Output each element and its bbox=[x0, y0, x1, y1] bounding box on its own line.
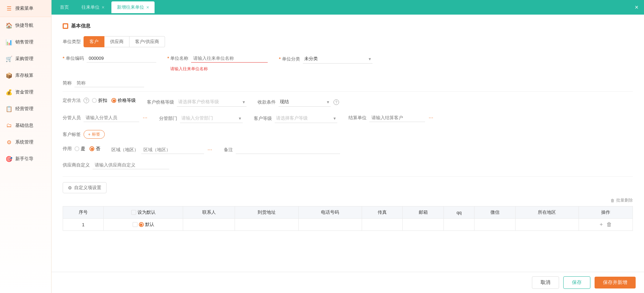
supplier-custom-label: 供应商自定义 bbox=[63, 162, 90, 168]
unit-category-label: 单位分类 bbox=[279, 56, 300, 62]
tab-new-partner[interactable]: 新增往来单位 × bbox=[111, 1, 155, 13]
tab-home[interactable]: 首页 bbox=[54, 1, 74, 13]
pricing-row: 定价方法 ? 折扣 价格等级 客户价格等级 bbox=[63, 97, 633, 107]
cell-fax bbox=[362, 219, 403, 231]
payment-terms-help-icon[interactable]: ? bbox=[333, 99, 339, 105]
add-tag-icon: + bbox=[88, 132, 91, 137]
sidebar-item-label: 采购管理 bbox=[15, 56, 33, 62]
unit-type-customer-btn[interactable]: 客户 bbox=[84, 36, 104, 47]
batch-delete-button[interactable]: 🗑 批量删除 bbox=[611, 197, 633, 203]
sidebar-item-quick-nav[interactable]: 🏠 快捷导航 bbox=[0, 17, 51, 34]
remarks-field: 备注 bbox=[224, 146, 340, 154]
col-region: 所在地区 bbox=[515, 206, 579, 219]
window-close-button[interactable]: × bbox=[632, 4, 641, 11]
search-menu-item[interactable]: ☰ 搜索菜单 bbox=[0, 0, 51, 17]
unit-type-supplier-btn[interactable]: 供应商 bbox=[104, 36, 129, 47]
customer-tag-field: 客户标签 + 标签 bbox=[63, 130, 105, 139]
row-delete-button[interactable]: 🗑 bbox=[605, 221, 613, 228]
customer-level-placeholder: 请选择客户等级 bbox=[275, 114, 337, 123]
unit-code-input[interactable] bbox=[87, 54, 156, 63]
sidebar-item-label: 系统管理 bbox=[15, 139, 33, 145]
sidebar-item-basic-info[interactable]: 🗂 基础信息 bbox=[0, 117, 51, 134]
department-field: 分管部门 请输入分管部门 ▾ bbox=[159, 114, 243, 123]
settlement-unit-input[interactable] bbox=[369, 114, 425, 122]
col-wechat: 微信 bbox=[474, 206, 515, 219]
pricing-discount-radio[interactable] bbox=[92, 98, 97, 103]
manager-more-btn[interactable]: ··· bbox=[142, 115, 148, 121]
pricing-discount-option[interactable]: 折扣 bbox=[92, 97, 107, 104]
short-name-input[interactable] bbox=[74, 79, 144, 87]
row-default-radio[interactable]: 默认 bbox=[139, 221, 154, 228]
supplier-custom-input[interactable] bbox=[93, 161, 169, 169]
manager-input[interactable] bbox=[84, 114, 139, 122]
cell-region bbox=[515, 219, 579, 231]
disabled-yes-option[interactable]: 是 bbox=[74, 146, 85, 152]
pricing-level-radio[interactable] bbox=[111, 98, 116, 103]
cell-seq: 1 bbox=[63, 219, 104, 231]
sidebar-item-label: 快捷导航 bbox=[15, 22, 33, 29]
tab-partner[interactable]: 往来单位 × bbox=[76, 1, 110, 13]
add-tag-label: 标签 bbox=[92, 131, 100, 137]
contacts-table: 序号 设为默认 联系人 到货地址 电话号码 传真 邮箱 qq 微信 所在地区 bbox=[63, 206, 633, 231]
cell-address bbox=[235, 219, 298, 231]
unit-name-label: 单位名称 bbox=[167, 55, 189, 62]
disabled-yes-radio[interactable] bbox=[74, 146, 79, 151]
add-tag-button[interactable]: + 标签 bbox=[84, 130, 105, 139]
save-button[interactable]: 保存 bbox=[563, 276, 590, 289]
custom-settings-button[interactable]: ⚙ 自定义项设置 bbox=[63, 182, 107, 193]
sidebar: ☰ 搜索菜单 🏠 快捷导航 📊 销售管理 🛒 采购管理 📦 库存核算 💰 资金管… bbox=[0, 0, 52, 293]
sidebar-item-finance[interactable]: 💰 资金管理 bbox=[0, 84, 51, 100]
sidebar-item-inventory[interactable]: 📦 库存核算 bbox=[0, 67, 51, 84]
disabled-no-option[interactable]: 否 bbox=[89, 146, 100, 152]
tab-new-partner-close[interactable]: × bbox=[146, 5, 149, 10]
table-header-row: 序号 设为默认 联系人 到货地址 电话号码 传真 邮箱 qq 微信 所在地区 bbox=[63, 206, 633, 219]
payment-terms-value: 现结 bbox=[278, 97, 331, 106]
settlement-unit-more-btn[interactable]: ··· bbox=[428, 115, 434, 121]
sidebar-item-sales[interactable]: 📊 销售管理 bbox=[0, 34, 51, 50]
customer-price-level-field: 客户价格等级 请选择客户价格等级 ▾ bbox=[147, 97, 246, 107]
sidebar-item-system[interactable]: ⚙ 系统管理 bbox=[0, 134, 51, 150]
cell-email bbox=[403, 219, 443, 231]
gear-icon: ⚙ bbox=[68, 185, 72, 190]
settlement-unit-field: 结算单位 ··· bbox=[348, 114, 434, 122]
sidebar-item-management[interactable]: 📋 经营管理 bbox=[0, 100, 51, 117]
unit-code-field: 单位编码 bbox=[63, 54, 156, 63]
unit-name-input[interactable] bbox=[191, 54, 268, 63]
department-label: 分管部门 bbox=[159, 115, 177, 122]
remarks-input[interactable] bbox=[236, 146, 340, 154]
header-checkbox[interactable] bbox=[131, 210, 136, 215]
finance-icon: 💰 bbox=[6, 89, 13, 96]
tab-home-label: 首页 bbox=[60, 4, 69, 10]
cancel-button[interactable]: 取消 bbox=[532, 276, 559, 289]
search-icon: ☰ bbox=[6, 5, 13, 12]
disabled-row: 停用 是 否 区域（地区） ··· bbox=[63, 146, 633, 154]
disabled-no-radio-inner bbox=[91, 148, 93, 150]
management-icon: 📋 bbox=[6, 105, 13, 112]
disabled-no-label: 否 bbox=[96, 146, 100, 152]
table-row: 1 默认 bbox=[63, 219, 633, 231]
guide-icon: 🎯 bbox=[6, 155, 13, 162]
manager-field: 分管人员 ··· bbox=[63, 114, 148, 122]
col-contact: 联系人 bbox=[183, 206, 235, 219]
row-add-button[interactable]: + bbox=[599, 221, 604, 228]
settlement-unit-label: 结算单位 bbox=[348, 115, 367, 121]
row-checkbox[interactable] bbox=[133, 222, 138, 227]
form-divider-1 bbox=[63, 91, 633, 92]
pricing-help-icon[interactable]: ? bbox=[84, 98, 89, 103]
sidebar-item-guide[interactable]: 🎯 新手引导 bbox=[0, 150, 51, 167]
pricing-level-option[interactable]: 价格等级 bbox=[111, 97, 136, 104]
disabled-radio-group: 是 否 bbox=[74, 146, 100, 152]
region-input[interactable] bbox=[141, 146, 204, 154]
disabled-no-radio[interactable] bbox=[89, 146, 94, 151]
region-more-btn[interactable]: ··· bbox=[207, 147, 213, 153]
unit-name-field: 单位名称 请输入往来单位名称 bbox=[167, 54, 268, 72]
tab-partner-close[interactable]: × bbox=[102, 5, 104, 10]
short-name-label: 简称 bbox=[63, 80, 72, 86]
sidebar-item-purchase[interactable]: 🛒 采购管理 bbox=[0, 50, 51, 67]
save-and-new-button[interactable]: 保存并新增 bbox=[595, 277, 636, 288]
purchase-icon: 🛒 bbox=[6, 55, 13, 62]
unit-type-both-btn[interactable]: 客户/供应商 bbox=[129, 36, 165, 47]
col-email: 邮箱 bbox=[403, 206, 443, 219]
row-default-radio-circle[interactable] bbox=[139, 222, 144, 227]
col-phone: 电话号码 bbox=[298, 206, 362, 219]
